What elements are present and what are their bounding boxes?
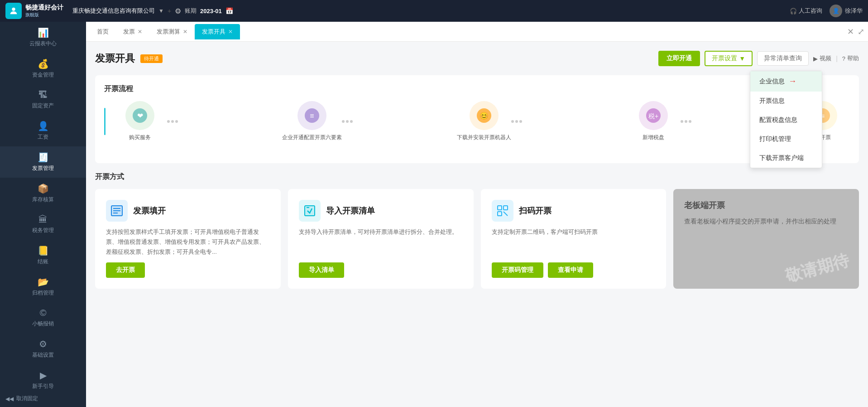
process-label-config: 企业开通配置开票六要素 <box>282 134 342 141</box>
xinshou-icon: ▶ <box>40 370 47 381</box>
calendar-icon[interactable]: 📅 <box>225 7 233 15</box>
settings-chevron-icon: ▼ <box>739 55 745 62</box>
page-content: 发票开具 待开通 立即开通 开票设置 ▼ 企业信息 <box>86 42 868 407</box>
consult-label: 人工咨询 <box>799 7 822 15</box>
method-card-scan: 扫码开票 支持定制开票二维码，客户端可扫码开票 开票码管理 查看申请 <box>481 189 667 289</box>
boss-name: 老板端开票 <box>684 200 725 211</box>
tab-bar: 首页 发票 ✕ 发票测算 ✕ 发票开具 ✕ ✕ ⤢ <box>86 22 868 42</box>
process-icon-taxpan: 税+ <box>639 101 668 130</box>
sidebar-item-jichushezhi[interactable]: ⚙ 基础设置 <box>0 333 86 364</box>
sidebar-item-guidang[interactable]: 📂 归档管理 <box>0 271 86 302</box>
sidebar-item-gongzi[interactable]: 👤 工资 <box>0 115 86 146</box>
sidebar: 📊 云报表中心 💰 资金管理 🏗 固定资产 👤 工资 🧾 发票管理 <box>0 22 86 407</box>
gudingzichan-icon: 🏗 <box>38 90 48 100</box>
question-icon: ? <box>842 55 845 62</box>
process-step-config: ≡ 企业开通配置开票六要素 <box>282 101 342 141</box>
svg-line-22 <box>504 212 508 216</box>
status-badge: 待开通 <box>140 54 163 63</box>
settings-button[interactable]: 开票设置 ▼ <box>705 51 753 66</box>
cancel-label: 取消固定 <box>16 395 38 402</box>
play-icon: ▶ <box>813 55 818 62</box>
settings-icon[interactable]: ⚙ <box>175 7 181 15</box>
company-dropdown-icon[interactable]: ▼ <box>158 8 164 14</box>
sidebar-item-fapiao[interactable]: 🧾 发票管理 <box>0 146 86 178</box>
tab-bar-close-icon[interactable]: ✕ <box>847 27 854 37</box>
sidebar-item-xiaochang[interactable]: © 小畅报销 <box>0 302 86 333</box>
svg-text:❤: ❤ <box>137 112 143 120</box>
tab-bar-actions: ✕ ⤢ <box>847 27 864 37</box>
tab-kaiju[interactable]: 发票开具 ✕ <box>195 24 240 39</box>
scan-desc: 支持定制开票二维码，客户端可扫码开票 <box>492 227 656 257</box>
fill-name: 发票填开 <box>133 205 166 216</box>
scan-apply-btn[interactable]: 查看申请 <box>548 262 593 278</box>
menu-item-tax-config[interactable]: 配置税盘信息 <box>750 111 822 130</box>
consult-button[interactable]: 🎧 人工咨询 <box>790 7 822 15</box>
scan-icon <box>492 200 513 222</box>
svg-rect-21 <box>498 212 502 216</box>
sidebar-item-xinshou[interactable]: ▶ 新手引导 <box>0 364 86 390</box>
company-name: 重庆畅捷交通信息咨询有限公司 <box>72 7 155 15</box>
yunbao-icon: 📊 <box>38 27 49 38</box>
sidebar-cancel[interactable]: ◀◀ 取消固定 <box>0 390 86 407</box>
svg-text:≡: ≡ <box>310 112 314 120</box>
fill-icon <box>106 200 128 222</box>
page-title: 发票开具 <box>95 52 135 65</box>
sidebar-item-label: 库存核算 <box>32 196 54 204</box>
period-label: 账期 <box>185 7 197 15</box>
import-btn[interactable]: 导入清单 <box>299 262 344 278</box>
sidebar-item-shuiwu[interactable]: 🏛 税务管理 <box>0 209 86 240</box>
method-header-scan: 扫码开票 <box>492 200 656 222</box>
logo-area: 畅捷通好会计 旗舰版 <box>5 3 63 19</box>
menu-item-invoice-info[interactable]: 开票信息 <box>750 92 822 111</box>
sidebar-item-gudingzichan[interactable]: 🏗 固定资产 <box>0 84 86 115</box>
sidebar-item-label: 云报表中心 <box>29 40 57 48</box>
tab-cesuan[interactable]: 发票测算 ✕ <box>149 24 195 39</box>
svg-point-0 <box>12 8 15 11</box>
tab-kaiju-close[interactable]: ✕ <box>228 29 233 35</box>
method-card-boss: 老板端开票 查看老板端小程序提交的开票申请，并作出相应的处理 敬请期待 <box>673 189 859 289</box>
tab-bar-expand-icon[interactable]: ⤢ <box>858 27 864 37</box>
process-icon-buy: ❤ <box>125 101 154 130</box>
sidebar-item-kucun[interactable]: 📦 库存核算 <box>0 178 86 209</box>
menu-item-printer[interactable]: 打印机管理 <box>750 130 822 149</box>
video-button[interactable]: ▶ 视频 <box>813 54 831 63</box>
sidebar-item-label: 税务管理 <box>32 227 54 234</box>
fill-btn[interactable]: 去开票 <box>106 262 145 278</box>
svg-text:😊: 😊 <box>480 111 489 120</box>
video-label: 视频 <box>820 54 831 63</box>
sidebar-item-label: 资金管理 <box>32 71 54 79</box>
headphone-icon: 🎧 <box>790 8 797 15</box>
guidang-icon: 📂 <box>38 276 49 287</box>
methods-section: 开票方式 发票填开 支持按照发票样式手工填开发票；可开具增值税电子普通发票、增值… <box>95 172 859 289</box>
page-header: 发票开具 待开通 立即开通 开票设置 ▼ 企业信息 <box>95 51 859 66</box>
top-bar-middle: 重庆畅捷交通信息咨询有限公司 ▼ + ⚙ 账期 2023-01 📅 <box>72 7 233 15</box>
connector-1 <box>167 120 282 123</box>
sidebar-item-yunbao[interactable]: 📊 云报表中心 <box>0 22 86 53</box>
help-button[interactable]: ? 帮助 <box>842 54 859 63</box>
user-area[interactable]: 👤 徐泽华 <box>830 5 863 17</box>
tab-cesuan-label: 发票测算 <box>157 28 180 36</box>
scan-code-btn[interactable]: 开票码管理 <box>492 262 543 278</box>
sidebar-item-jiezhang[interactable]: 📒 结账 <box>0 240 86 271</box>
sidebar-item-zijin[interactable]: 💰 资金管理 <box>0 53 86 84</box>
svg-text:税+: 税+ <box>648 112 658 120</box>
method-card-fill: 发票填开 支持按照发票样式手工填开发票；可开具增值税电子普通发票、增值税普通发票… <box>95 189 281 289</box>
tab-fapiao[interactable]: 发票 ✕ <box>116 24 149 39</box>
sidebar-item-label: 固定资产 <box>32 102 54 110</box>
abnormal-button[interactable]: 异常清单查询 <box>757 51 809 66</box>
sidebar-item-label: 归档管理 <box>32 289 54 297</box>
menu-item-enterprise-info[interactable]: 企业信息 → <box>750 71 822 92</box>
avatar: 👤 <box>830 5 842 17</box>
menu-item-download-client[interactable]: 下载开票客户端 <box>750 149 822 168</box>
import-icon <box>299 200 321 222</box>
sidebar-item-label: 工资 <box>38 133 48 141</box>
tab-home[interactable]: 首页 <box>90 24 116 39</box>
help-label: 帮助 <box>847 54 859 63</box>
gongzi-icon: 👤 <box>38 121 49 131</box>
tab-cesuan-close[interactable]: ✕ <box>183 29 187 35</box>
logo-text: 畅捷通好会计 旗舰版 <box>25 4 63 18</box>
tab-fapiao-close[interactable]: ✕ <box>138 29 142 35</box>
enterprise-info-label: 企业信息 <box>759 78 785 86</box>
activate-button[interactable]: 立即开通 <box>658 51 700 66</box>
invoice-info-label: 开票信息 <box>759 97 785 104</box>
